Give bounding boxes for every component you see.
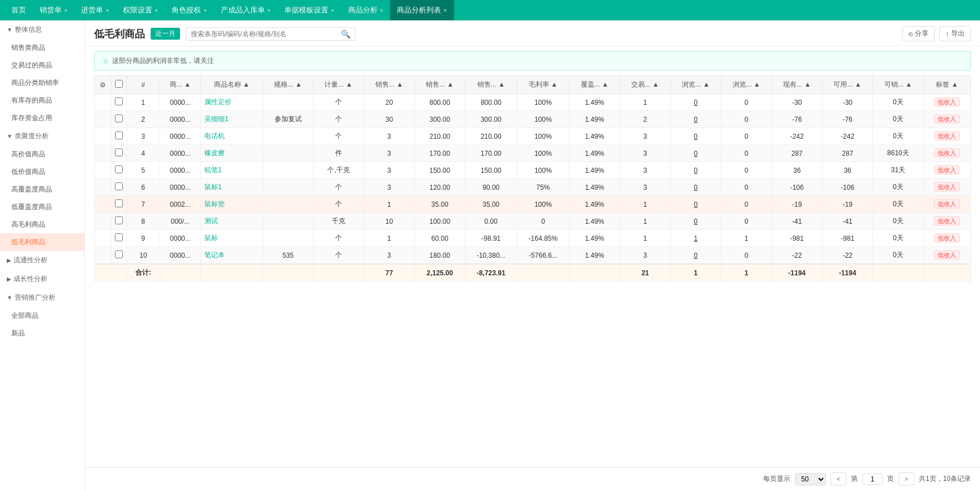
page-number-input[interactable] — [862, 474, 883, 485]
cell-checkbox[interactable] — [112, 94, 127, 111]
sidebar-item-low-margin[interactable]: 低毛利商品 — [0, 233, 84, 251]
nav-item-permission[interactable]: 权限设置 × — [116, 0, 165, 20]
col-header-browse1[interactable]: 浏览... ▲ — [670, 76, 721, 94]
nav-item-sales[interactable]: 销货单 × — [33, 0, 74, 20]
sidebar-item-low-coverage[interactable]: 低覆盖度商品 — [0, 198, 84, 216]
row-checkbox-2[interactable] — [115, 131, 123, 139]
nav-item-template[interactable]: 单据模板设置 × — [277, 0, 341, 20]
cell-browse1[interactable]: 0 — [670, 145, 721, 162]
col-header-name[interactable]: 商品名称 ▲ — [201, 76, 263, 94]
prev-page-button[interactable]: ＜ — [831, 472, 846, 485]
cell-browse1[interactable]: 0 — [670, 111, 721, 128]
col-header-browse2[interactable]: 浏览... ▲ — [721, 76, 772, 94]
cell-name[interactable]: 吴细细1 — [201, 111, 263, 128]
nav-close-permission[interactable]: × — [155, 7, 158, 14]
recent-tag[interactable]: 近一月 — [151, 28, 180, 40]
col-header-code[interactable]: 商... ▲ — [160, 76, 200, 94]
row-checkbox-6[interactable] — [115, 199, 123, 207]
nav-item-purchase[interactable]: 进货单 × — [74, 0, 115, 20]
cell-checkbox[interactable] — [112, 179, 127, 196]
cell-checkbox[interactable] — [112, 128, 127, 145]
sidebar-item-high-value[interactable]: 高价值商品 — [0, 146, 84, 163]
nav-close-product-in[interactable]: × — [267, 7, 271, 14]
sidebar-item-high-coverage[interactable]: 高覆盖度商品 — [0, 181, 84, 198]
sidebar-item-high-margin[interactable]: 高毛利商品 — [0, 216, 84, 233]
col-header-unit[interactable]: 计量... ▲ — [313, 76, 363, 94]
col-header-sale-amount[interactable]: 销售... ▲ — [465, 76, 517, 94]
cell-name[interactable]: 鼠标垫 — [201, 196, 263, 213]
nav-close-purchase[interactable]: × — [105, 7, 109, 14]
row-checkbox-5[interactable] — [115, 182, 123, 190]
nav-close-analysis[interactable]: × — [380, 7, 383, 14]
select-all-checkbox[interactable] — [115, 80, 123, 88]
cell-browse1[interactable]: 1 — [670, 230, 721, 247]
export-button[interactable]: ↑ 导出 — [939, 26, 971, 41]
cell-checkbox[interactable] — [112, 111, 127, 128]
nav-item-role[interactable]: 角色授权 × — [165, 0, 213, 20]
sidebar-item-sales-goods[interactable]: 销售类商品 — [0, 39, 84, 57]
row-checkbox-8[interactable] — [115, 233, 123, 241]
col-header-saleable[interactable]: 可销... ▲ — [873, 76, 923, 94]
sidebar-section-flow[interactable]: ▶ 流通性分析 — [0, 251, 84, 270]
sidebar-item-all-goods[interactable]: 全部商品 — [0, 307, 84, 325]
cell-name[interactable]: 电话机 — [201, 128, 263, 145]
cell-browse1[interactable]: 0 — [670, 128, 721, 145]
nav-item-product-in[interactable]: 产成品入库单 × — [214, 0, 277, 20]
col-header-settings[interactable]: ⚙ — [95, 76, 112, 94]
cell-browse1[interactable]: 0 — [670, 179, 721, 196]
cell-browse1[interactable]: 0 — [670, 162, 721, 179]
cell-checkbox[interactable] — [112, 145, 127, 162]
cell-browse1[interactable]: 0 — [670, 247, 721, 265]
sidebar-item-capital[interactable]: 库存资金占用 — [0, 109, 84, 127]
row-checkbox-0[interactable] — [115, 97, 123, 105]
col-header-sale-qty[interactable]: 销售... ▲ — [364, 76, 414, 94]
col-header-available[interactable]: 可用... ▲ — [822, 76, 872, 94]
next-page-button[interactable]: ＞ — [898, 472, 914, 485]
cell-name[interactable]: 铅笔1 — [201, 162, 263, 179]
nav-close-sales[interactable]: × — [64, 7, 67, 14]
nav-close-role[interactable]: × — [203, 7, 207, 14]
cell-name[interactable]: 测试 — [201, 213, 263, 230]
sidebar-item-category-rate[interactable]: 商品分类助销率 — [0, 74, 84, 92]
search-icon[interactable]: 🔍 — [341, 29, 350, 39]
cell-checkbox[interactable] — [112, 162, 127, 179]
cell-browse1[interactable]: 0 — [670, 94, 721, 111]
sidebar-item-low-value[interactable]: 低价值商品 — [0, 163, 84, 181]
sidebar-section-cluster[interactable]: ▼ 类聚度分析 — [0, 127, 84, 146]
cell-checkbox[interactable] — [112, 196, 127, 213]
sidebar-item-traded-goods[interactable]: 交易过的商品 — [0, 57, 84, 74]
sidebar-item-in-stock[interactable]: 有库存的商品 — [0, 92, 84, 109]
nav-item-home[interactable]: 首页 — [5, 0, 33, 20]
col-header-gross-rate[interactable]: 毛利率 ▲ — [517, 76, 569, 94]
nav-close-analysis-list[interactable]: × — [443, 7, 447, 14]
row-checkbox-3[interactable] — [115, 148, 123, 156]
sidebar-section-marketing[interactable]: ▼ 营销推广分析 — [0, 288, 84, 307]
cell-name[interactable]: 笔记本 — [201, 247, 263, 265]
row-checkbox-9[interactable] — [115, 250, 123, 258]
nav-close-template[interactable]: × — [331, 7, 334, 14]
row-checkbox-4[interactable] — [115, 165, 123, 173]
col-header-cover-rate[interactable]: 覆盖... ▲ — [570, 76, 620, 94]
nav-item-analysis-list[interactable]: 商品分析列表 × — [390, 0, 453, 20]
per-page-select[interactable]: 50 100 200 — [795, 473, 826, 485]
sidebar-section-overall[interactable]: ▼ 整体信息 — [0, 20, 84, 39]
row-checkbox-1[interactable] — [115, 114, 123, 122]
sidebar-section-growth[interactable]: ▶ 成长性分析 — [0, 270, 84, 288]
cell-browse1[interactable]: 0 — [670, 196, 721, 213]
cell-checkbox[interactable] — [112, 230, 127, 247]
nav-item-analysis[interactable]: 商品分析 × — [341, 0, 390, 20]
col-header-tag[interactable]: 标签 ▲ — [923, 76, 970, 94]
cell-name[interactable]: 属性定价 — [201, 94, 263, 111]
col-header-stock[interactable]: 现有... ▲ — [772, 76, 822, 94]
col-header-sale-price[interactable]: 销售... ▲ — [414, 76, 465, 94]
col-header-checkbox[interactable] — [112, 76, 127, 94]
col-header-spec[interactable]: 规格... ▲ — [263, 76, 313, 94]
col-header-trade[interactable]: 交易... ▲ — [620, 76, 670, 94]
cell-name[interactable]: 鼠标1 — [201, 179, 263, 196]
cell-name[interactable]: 橡皮擦 — [201, 145, 263, 162]
search-input[interactable] — [191, 30, 341, 38]
cell-checkbox[interactable] — [112, 213, 127, 230]
share-button[interactable]: ⎋ 分享 — [902, 26, 935, 41]
cell-browse1[interactable]: 0 — [670, 213, 721, 230]
cell-name[interactable]: 鼠标 — [201, 230, 263, 247]
